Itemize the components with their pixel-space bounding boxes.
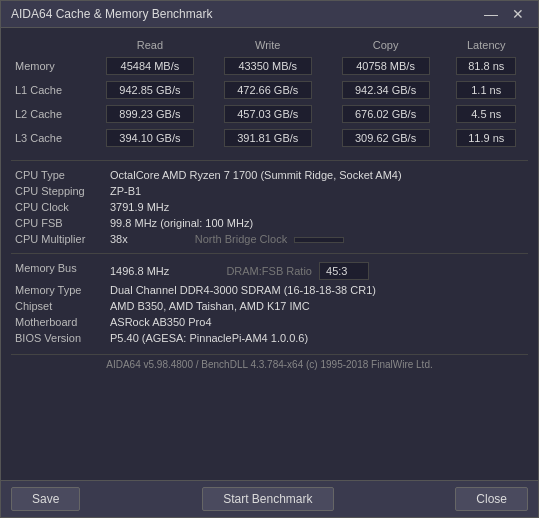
l1-read-cell: 942.85 GB/s bbox=[91, 78, 209, 102]
title-bar: AIDA64 Cache & Memory Benchmark — ✕ bbox=[1, 1, 538, 28]
info-row-cpu-stepping: CPU Stepping ZP-B1 bbox=[11, 183, 528, 199]
cpu-fsb-label: CPU FSB bbox=[11, 215, 106, 231]
cpu-multiplier-row: 38x North Bridge Clock bbox=[106, 231, 528, 247]
info-row-memory-bus: Memory Bus 1496.8 MHz DRAM:FSB Ratio 45:… bbox=[11, 260, 528, 282]
info-row-motherboard: Motherboard ASRock AB350 Pro4 bbox=[11, 314, 528, 330]
memory-write-value: 43350 MB/s bbox=[224, 57, 312, 75]
l2-copy-cell: 676.02 GB/s bbox=[327, 102, 445, 126]
motherboard-label: Motherboard bbox=[11, 314, 106, 330]
cpu-multiplier-value: 38x bbox=[110, 233, 128, 245]
cpu-multiplier-label: CPU Multiplier bbox=[11, 231, 106, 247]
benchmark-table: Read Write Copy Latency Memory 45484 MB/… bbox=[11, 36, 528, 150]
l3-read-cell: 394.10 GB/s bbox=[91, 126, 209, 150]
chipset-value: AMD B350, AMD Taishan, AMD K17 IMC bbox=[106, 298, 528, 314]
save-button[interactable]: Save bbox=[11, 487, 80, 511]
l2-write-value: 457.03 GB/s bbox=[224, 105, 312, 123]
memory-bus-row: 1496.8 MHz DRAM:FSB Ratio 45:3 bbox=[106, 260, 528, 282]
dram-fsb-value: 45:3 bbox=[319, 262, 369, 280]
dram-fsb-label: DRAM:FSB Ratio bbox=[222, 263, 316, 279]
l2-read-value: 899.23 GB/s bbox=[106, 105, 194, 123]
close-button-bottom[interactable]: Close bbox=[455, 487, 528, 511]
l3-write-value: 391.81 GB/s bbox=[224, 129, 312, 147]
cpu-type-label: CPU Type bbox=[11, 167, 106, 183]
title-controls: — ✕ bbox=[480, 7, 528, 21]
l2-write-cell: 457.03 GB/s bbox=[209, 102, 327, 126]
l3-copy-value: 309.62 GB/s bbox=[342, 129, 430, 147]
table-header-row: Read Write Copy Latency bbox=[11, 36, 528, 54]
memory-latency-cell: 81.8 ns bbox=[444, 54, 528, 78]
footer-note: AIDA64 v5.98.4800 / BenchDLL 4.3.784-x64… bbox=[11, 354, 528, 374]
info-row-chipset: Chipset AMD B350, AMD Taishan, AMD K17 I… bbox=[11, 298, 528, 314]
col-write: Write bbox=[209, 36, 327, 54]
info-row-cpu-clock: CPU Clock 3791.9 MHz bbox=[11, 199, 528, 215]
memory-type-label: Memory Type bbox=[11, 282, 106, 298]
l3-copy-cell: 309.62 GB/s bbox=[327, 126, 445, 150]
cpu-stepping-label: CPU Stepping bbox=[11, 183, 106, 199]
info-table-2: Memory Bus 1496.8 MHz DRAM:FSB Ratio 45:… bbox=[11, 260, 528, 346]
table-row: L1 Cache 942.85 GB/s 472.66 GB/s 942.34 … bbox=[11, 78, 528, 102]
window-title: AIDA64 Cache & Memory Benchmark bbox=[11, 7, 212, 21]
l2-copy-value: 676.02 GB/s bbox=[342, 105, 430, 123]
col-copy: Copy bbox=[327, 36, 445, 54]
start-benchmark-button[interactable]: Start Benchmark bbox=[202, 487, 333, 511]
memory-copy-value: 40758 MB/s bbox=[342, 57, 430, 75]
row-label: Memory bbox=[11, 54, 91, 78]
bottom-bar: Save Start Benchmark Close bbox=[1, 480, 538, 517]
cpu-fsb-value: 99.8 MHz (original: 100 MHz) bbox=[106, 215, 528, 231]
l1-copy-value: 942.34 GB/s bbox=[342, 81, 430, 99]
info-row-cpu-fsb: CPU FSB 99.8 MHz (original: 100 MHz) bbox=[11, 215, 528, 231]
row-label: L3 Cache bbox=[11, 126, 91, 150]
memory-write-cell: 43350 MB/s bbox=[209, 54, 327, 78]
north-bridge-label: North Bridge Clock bbox=[191, 231, 291, 247]
l3-latency-value: 11.9 ns bbox=[456, 129, 516, 147]
info-row-cpu-type: CPU Type OctalCore AMD Ryzen 7 1700 (Sum… bbox=[11, 167, 528, 183]
main-window: AIDA64 Cache & Memory Benchmark — ✕ Read… bbox=[0, 0, 539, 518]
l3-write-cell: 391.81 GB/s bbox=[209, 126, 327, 150]
l2-latency-cell: 4.5 ns bbox=[444, 102, 528, 126]
cpu-clock-value: 3791.9 MHz bbox=[106, 199, 528, 215]
l2-read-cell: 899.23 GB/s bbox=[91, 102, 209, 126]
l3-latency-cell: 11.9 ns bbox=[444, 126, 528, 150]
chipset-label: Chipset bbox=[11, 298, 106, 314]
divider-1 bbox=[11, 160, 528, 161]
l1-latency-value: 1.1 ns bbox=[456, 81, 516, 99]
table-row: Memory 45484 MB/s 43350 MB/s 40758 MB/s … bbox=[11, 54, 528, 78]
l1-read-value: 942.85 GB/s bbox=[106, 81, 194, 99]
cpu-stepping-value: ZP-B1 bbox=[106, 183, 528, 199]
close-button[interactable]: ✕ bbox=[508, 7, 528, 21]
memory-read-cell: 45484 MB/s bbox=[91, 54, 209, 78]
minimize-button[interactable]: — bbox=[480, 7, 502, 21]
memory-copy-cell: 40758 MB/s bbox=[327, 54, 445, 78]
memory-latency-value: 81.8 ns bbox=[456, 57, 516, 75]
north-bridge-value bbox=[294, 237, 344, 243]
col-label bbox=[11, 36, 91, 54]
memory-read-value: 45484 MB/s bbox=[106, 57, 194, 75]
col-latency: Latency bbox=[444, 36, 528, 54]
col-read: Read bbox=[91, 36, 209, 54]
divider-2 bbox=[11, 253, 528, 254]
row-label: L2 Cache bbox=[11, 102, 91, 126]
info-row-bios: BIOS Version P5.40 (AGESA: PinnaclePi-AM… bbox=[11, 330, 528, 346]
l1-write-value: 472.66 GB/s bbox=[224, 81, 312, 99]
l1-latency-cell: 1.1 ns bbox=[444, 78, 528, 102]
l2-latency-value: 4.5 ns bbox=[456, 105, 516, 123]
bios-label: BIOS Version bbox=[11, 330, 106, 346]
cpu-type-value: OctalCore AMD Ryzen 7 1700 (Summit Ridge… bbox=[106, 167, 528, 183]
row-label: L1 Cache bbox=[11, 78, 91, 102]
info-row-memory-type: Memory Type Dual Channel DDR4-3000 SDRAM… bbox=[11, 282, 528, 298]
table-row: L3 Cache 394.10 GB/s 391.81 GB/s 309.62 … bbox=[11, 126, 528, 150]
content-area: Read Write Copy Latency Memory 45484 MB/… bbox=[1, 28, 538, 480]
memory-type-value: Dual Channel DDR4-3000 SDRAM (16-18-18-3… bbox=[106, 282, 528, 298]
memory-bus-value: 1496.8 MHz bbox=[110, 265, 169, 277]
info-table: CPU Type OctalCore AMD Ryzen 7 1700 (Sum… bbox=[11, 167, 528, 247]
cpu-clock-label: CPU Clock bbox=[11, 199, 106, 215]
l1-copy-cell: 942.34 GB/s bbox=[327, 78, 445, 102]
bios-value: P5.40 (AGESA: PinnaclePi-AM4 1.0.0.6) bbox=[106, 330, 528, 346]
l3-read-value: 394.10 GB/s bbox=[106, 129, 194, 147]
motherboard-value: ASRock AB350 Pro4 bbox=[106, 314, 528, 330]
memory-bus-label: Memory Bus bbox=[11, 260, 106, 282]
l1-write-cell: 472.66 GB/s bbox=[209, 78, 327, 102]
table-row: L2 Cache 899.23 GB/s 457.03 GB/s 676.02 … bbox=[11, 102, 528, 126]
info-row-cpu-multiplier: CPU Multiplier 38x North Bridge Clock bbox=[11, 231, 528, 247]
